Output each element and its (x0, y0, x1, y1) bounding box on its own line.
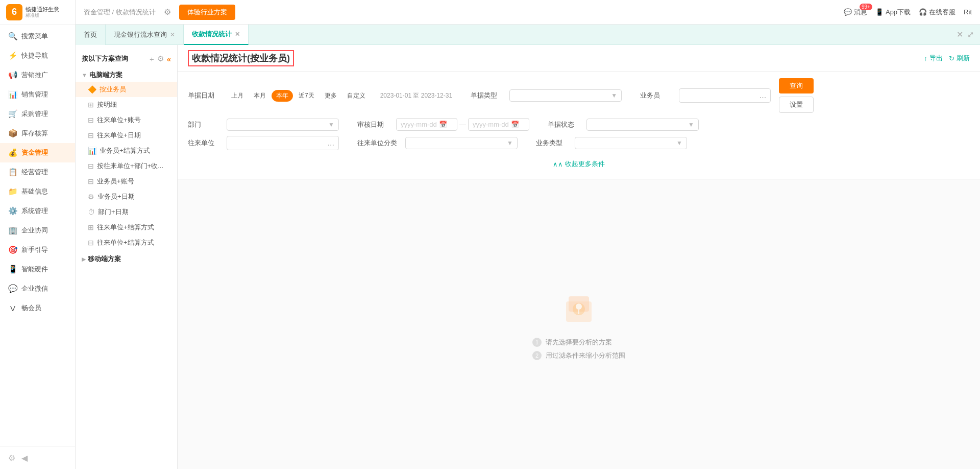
sidebar-item-hardware[interactable]: 📱智能硬件 (0, 260, 75, 279)
message-btn[interactable]: 💬 消息 99+ (844, 8, 867, 17)
tab-receipt-stats-close[interactable]: ✕ (235, 31, 240, 38)
sidebar-item-enterprise[interactable]: 🏢企业协同 (0, 221, 75, 240)
sidebar-item-wechat[interactable]: 💬企业微信 (0, 279, 75, 298)
scheme-item-unit-date[interactable]: ⊟ 往来单位+日期 (76, 128, 177, 143)
collapse-row: ∧∧ 收起更多条件 (188, 155, 970, 173)
date-tab-more[interactable]: 更多 (320, 90, 341, 102)
scheme-item-by-detail[interactable]: ⊞ 按明细 (76, 97, 177, 112)
sidebar-item-inventory[interactable]: 📦库存核算 (0, 124, 75, 143)
business-type-label: 业务类型 (536, 138, 567, 148)
scheme-item-unit-payment1[interactable]: ⊞ 往来单位+结算方式 (76, 220, 177, 235)
settings-bottom-icon[interactable]: ⚙ (8, 453, 15, 463)
date-tab-7days[interactable]: 近7天 (294, 90, 319, 102)
app-download-btn[interactable]: 📱 App下载 (875, 8, 911, 17)
scheme-item-sales-account[interactable]: ⊟ 业务员+账号 (76, 174, 177, 189)
doc-status-select[interactable]: ▼ (586, 119, 699, 131)
sidebar-icon-inventory: 📦 (8, 129, 17, 138)
review-date-end[interactable]: yyyy-mm-dd 📅 (468, 118, 529, 131)
sidebar-label-basic: 基础信息 (21, 187, 48, 196)
date-tab-custom[interactable]: 自定义 (342, 90, 370, 102)
export-btn[interactable]: ↑ 导出 (924, 54, 943, 63)
sidebar-item-operation[interactable]: 📋经营管理 (0, 162, 75, 182)
logo-text: 畅捷通好生意 标准版 (26, 6, 59, 19)
scheme-item-unit-account[interactable]: ⊟ 往来单位+账号 (76, 112, 177, 128)
collapse-filter-btn[interactable]: ∧∧ 收起更多条件 (549, 155, 609, 173)
collapse-panel-icon[interactable]: « (167, 55, 171, 63)
scheme-item-unit-payment2[interactable]: ⊟ 往来单位+结算方式 (76, 235, 177, 250)
date-tabs: 上月 本月 本年 近7天 更多 自定义 (227, 90, 370, 102)
query-buttons: 查询 设置 (779, 78, 814, 113)
sidebar-item-purchase[interactable]: 🛒采购管理 (0, 104, 75, 124)
scheme-label-dept-date: 部门+日期 (98, 207, 129, 217)
sidebar-item-finance[interactable]: 💰资金管理 (0, 143, 75, 162)
empty-area: 1 请先选择要分析的方案 2 用过滤条件来缩小分析范围 (178, 179, 980, 469)
scheme-label-unit-date: 往来单位+日期 (97, 131, 141, 140)
scheme-item-by-salesperson[interactable]: 🔶 按业务员 (76, 82, 177, 97)
scheme-item-unit-dept-recv[interactable]: ⊟ 按往来单位+部门+收... (76, 158, 177, 174)
doc-status-label: 单据状态 (548, 120, 578, 129)
counterpart-label: 往来单位 (188, 138, 218, 148)
scheme-icon-sales-payment: 📊 (88, 147, 96, 155)
sidebar-item-member[interactable]: V畅会员 (0, 298, 75, 318)
gear-scheme-icon[interactable]: ⚙ (157, 54, 164, 63)
scheme-label-unit-account: 往来单位+账号 (97, 115, 141, 125)
business-type-select[interactable]: ▼ (575, 137, 687, 149)
scheme-label-unit-payment1: 往来单位+结算方式 (97, 223, 154, 232)
svg-point-3 (576, 303, 582, 310)
close-window-icon[interactable]: ✕ (957, 30, 963, 39)
set-btn[interactable]: 设置 (779, 97, 814, 113)
online-service-btn[interactable]: 🎧 在线客服 (919, 8, 955, 17)
sidebar-icon-search: 🔍 (8, 32, 17, 41)
tab-bank-flow-close[interactable]: ✕ (170, 31, 175, 38)
refresh-btn[interactable]: ↻ 刷新 (949, 54, 970, 63)
collapse-sidebar-icon[interactable]: ◀ (21, 453, 28, 463)
counterpart-select[interactable]: ... (227, 136, 339, 150)
trial-btn[interactable]: 体验行业方案 (179, 5, 235, 20)
topbar-right: 💬 消息 99+ 📱 App下载 🎧 在线客服 Rit (844, 8, 972, 17)
sidebar-item-sales[interactable]: 📊销售管理 (0, 85, 75, 104)
sidebar-icon-marketing: 📢 (8, 71, 17, 80)
tab-bank-flow[interactable]: 现金银行流水查询 ✕ (106, 25, 184, 45)
scheme-item-dept-date[interactable]: ⏱ 部门+日期 (76, 204, 177, 220)
sidebar-item-system[interactable]: ⚙️系统管理 (0, 201, 75, 221)
user-name[interactable]: Rit (964, 8, 972, 16)
sidebar-label-wechat: 企业微信 (21, 284, 48, 293)
review-date-start[interactable]: yyyy-mm-dd 📅 (396, 118, 457, 131)
counterpart-category-select[interactable]: ▼ (405, 137, 518, 149)
date-tab-this-month[interactable]: 本月 (249, 90, 271, 102)
sidebar-item-search[interactable]: 🔍搜索菜单 (0, 27, 75, 46)
date-tab-this-year[interactable]: 本年 (272, 90, 293, 102)
scheme-item-sales-date[interactable]: ⚙ 业务员+日期 (76, 189, 177, 204)
scheme-icon-unit-payment1: ⊞ (88, 223, 94, 231)
sidebar-item-quick-nav[interactable]: ⚡快捷导航 (0, 46, 75, 65)
logo-icon: 6 (6, 4, 22, 20)
sidebar-item-guide[interactable]: 🎯新手引导 (0, 240, 75, 260)
query-btn[interactable]: 查询 (779, 78, 814, 93)
tab-receipt-stats[interactable]: 收款情况统计 ✕ (184, 25, 249, 45)
dept-select[interactable]: ▼ (227, 119, 339, 131)
scheme-icon-dept-date: ⏱ (88, 208, 95, 216)
salesperson-select[interactable]: ... (679, 88, 771, 103)
doc-type-arrow: ▼ (611, 92, 617, 99)
desktop-scheme-group-header[interactable]: ▼ 电脑端方案 (76, 68, 177, 82)
sidebar-item-marketing[interactable]: 📢营销推广 (0, 65, 75, 85)
date-tab-last-month[interactable]: 上月 (227, 90, 248, 102)
maximize-icon[interactable]: ⤢ (967, 30, 974, 39)
mobile-scheme-group-header[interactable]: ▶ 移动端方案 (76, 252, 177, 266)
topbar: 资金管理 / 收款情况统计 ⚙ 体验行业方案 💬 消息 99+ 📱 App下载 … (76, 0, 980, 25)
scheme-label-unit-payment2: 往来单位+结算方式 (97, 238, 154, 247)
add-scheme-icon[interactable]: + (150, 55, 154, 63)
tab-home[interactable]: 首页 (76, 25, 106, 45)
business-type-arrow: ▼ (676, 139, 682, 147)
sidebar-label-marketing: 营销推广 (21, 71, 48, 80)
doc-type-select[interactable]: ▼ (509, 89, 622, 102)
scheme-icon-unit-account: ⊟ (88, 116, 94, 124)
sidebar-item-basic[interactable]: 📁基础信息 (0, 182, 75, 201)
counterpart-more-icon[interactable]: ... (328, 138, 334, 148)
scheme-item-sales-payment[interactable]: 📊 业务员+结算方式 (76, 143, 177, 158)
page-title: 收款情况统计(按业务员) (188, 50, 294, 66)
salesperson-more-icon[interactable]: ... (760, 91, 766, 100)
sidebar-icon-quick-nav: ⚡ (8, 51, 17, 60)
mobile-group-arrow: ▶ (82, 256, 86, 263)
topbar-gear-icon[interactable]: ⚙ (164, 7, 171, 17)
